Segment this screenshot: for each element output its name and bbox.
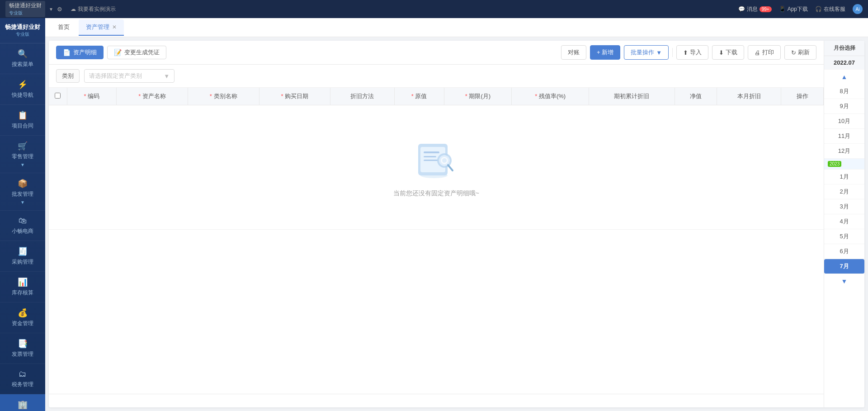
print-button[interactable]: 🖨 打印 <box>748 45 781 60</box>
sidebar-item-ecommerce[interactable]: 🛍 小畅电商 <box>0 211 45 241</box>
phone-icon: 📱 <box>779 6 786 12</box>
settings-icon[interactable]: ⚙ <box>57 6 62 13</box>
demo-link-text: 我要看实例演示 <box>78 5 116 13</box>
sub-tab-detail[interactable]: 📄 资产明细 <box>56 46 104 59</box>
month-picker-nav-up: ▲ <box>824 70 864 84</box>
sidebar-item-label-inventory: 库存核算 <box>12 289 33 297</box>
sidebar-item-quicknav[interactable]: ⚡ 快捷导航 <box>0 74 45 105</box>
tab-asset[interactable]: 资产管理 ✕ <box>79 19 124 36</box>
sub-tab-voucher-label: 变更生成凭证 <box>124 48 160 57</box>
month-2023-7-label: 7月 <box>840 262 849 270</box>
tab-home-label: 首页 <box>58 23 70 31</box>
online-service-label: 在线客服 <box>824 5 845 13</box>
reconcile-button[interactable]: 对账 <box>561 45 586 60</box>
app-download-btn[interactable]: 📱 App下载 <box>779 5 808 13</box>
dropdown-arrow-icon[interactable]: ▼ <box>49 7 53 12</box>
col-header-code: 编码 <box>67 88 117 105</box>
tab-close-icon[interactable]: ✕ <box>112 24 117 30</box>
sidebar-item-finance[interactable]: 💰 资金管理 <box>0 302 45 333</box>
month-item-9[interactable]: 9月 <box>824 99 864 114</box>
month-picker-header: 月份选择 <box>824 41 864 56</box>
month-item-8[interactable]: 8月 <box>824 84 864 99</box>
sidebar: 畅捷通好业财 专业版 🔍 搜索菜单 ⚡ 快捷导航 📋 项目合同 🛒 零售管理 ▼… <box>0 18 45 411</box>
month-11-label: 11月 <box>838 132 850 140</box>
month-next-btn[interactable]: ▼ <box>839 276 850 287</box>
month-item-2023-4[interactable]: 4月 <box>824 214 864 229</box>
online-service-btn[interactable]: 🎧 在线客服 <box>815 5 845 13</box>
month-prev-btn[interactable]: ▲ <box>839 71 850 82</box>
col-header-action: 操作 <box>781 88 824 105</box>
add-button[interactable]: + 新增 <box>590 45 620 60</box>
import-button[interactable]: ⬆ 导入 <box>676 45 708 60</box>
message-btn[interactable]: 💬 消息 99+ <box>738 5 772 13</box>
current-year-label: 2022.07 <box>834 59 855 66</box>
year-2023-badge: 2023 <box>828 161 841 167</box>
category-label: 类别 <box>56 69 80 83</box>
sub-tab-voucher[interactable]: 📝 变更生成凭证 <box>107 46 166 59</box>
sidebar-item-search[interactable]: 🔍 搜索菜单 <box>0 43 45 74</box>
batch-label: 批量操作 <box>631 48 654 57</box>
sidebar-item-label-invoice: 发票管理 <box>12 350 33 358</box>
app-download-label: App下载 <box>788 5 808 13</box>
tab-asset-label: 资产管理 <box>86 23 109 31</box>
sidebar-item-inventory[interactable]: 📊 库存核算 <box>0 272 45 302</box>
month-item-11[interactable]: 11月 <box>824 129 864 144</box>
ecommerce-icon: 🛍 <box>19 216 27 226</box>
select-all-checkbox[interactable] <box>55 93 61 99</box>
month-item-2023-6[interactable]: 6月 <box>824 244 864 259</box>
sidebar-item-label-finance: 资金管理 <box>12 320 33 327</box>
month-item-2023-3[interactable]: 3月 <box>824 199 864 214</box>
sidebar-item-purchase[interactable]: 🧾 采购管理 <box>0 241 45 272</box>
sidebar-item-tax[interactable]: 🗂 税务管理 <box>0 364 45 394</box>
message-label: 消息 <box>747 5 758 13</box>
month-item-2023-1[interactable]: 1月 <box>824 170 864 184</box>
sidebar-item-label-retail: 零售管理 <box>12 153 33 161</box>
tab-home[interactable]: 首页 <box>51 19 77 36</box>
sidebar-logo: 畅捷通好业财 专业版 <box>0 18 45 43</box>
bottom-bar <box>49 394 824 407</box>
download-button[interactable]: ⬇ 下载 <box>712 45 744 60</box>
sidebar-item-label-tax: 税务管理 <box>12 381 33 388</box>
empty-icon <box>409 137 463 182</box>
empty-state: 当前您还没有固定资产明细哦~ <box>54 110 818 225</box>
batch-button[interactable]: 批量操作 ▼ <box>624 45 669 60</box>
sidebar-item-invoice[interactable]: 📑 发票管理 <box>0 333 45 364</box>
avatar-text: Ai <box>856 7 860 12</box>
demo-link[interactable]: ☁ 我要看实例演示 <box>71 5 116 13</box>
avatar[interactable]: Ai <box>853 4 863 14</box>
month-item-12[interactable]: 12月 <box>824 144 864 159</box>
sidebar-item-wholesale[interactable]: 📦 批发管理 ▼ <box>0 173 45 211</box>
sidebar-item-label-quicknav: 快捷导航 <box>12 91 33 99</box>
sidebar-logo-sub: 专业版 <box>4 31 42 38</box>
toolbar-divider-1 <box>672 48 673 57</box>
main-panel: 📄 资产明细 📝 变更生成凭证 对账 + 新增 批量操作 ▼ <box>49 41 824 407</box>
sidebar-item-fixedasset[interactable]: 🏢 固定资产 <box>0 394 45 411</box>
col-header-category: 类别名称 <box>188 88 259 105</box>
svg-line-9 <box>448 165 453 170</box>
month-item-2023-5[interactable]: 5月 <box>824 229 864 244</box>
sub-tab-detail-label: 资产明细 <box>73 48 97 57</box>
category-placeholder: 请选择固定资产类别 <box>89 72 142 80</box>
sidebar-item-project[interactable]: 📋 项目合同 <box>0 105 45 136</box>
sidebar-item-retail[interactable]: 🛒 零售管理 ▼ <box>0 136 45 173</box>
col-header-month-dep: 本月折旧 <box>717 88 781 105</box>
col-header-original-value: 原值 <box>394 88 444 105</box>
search-icon: 🔍 <box>18 49 28 59</box>
download-label: 下载 <box>726 48 737 57</box>
sub-tabs: 📄 资产明细 📝 变更生成凭证 对账 + 新增 批量操作 ▼ <box>49 41 824 65</box>
category-bar: 类别 请选择固定资产类别 ▼ <box>49 65 824 88</box>
col-header-period: 期限(月) <box>444 88 512 105</box>
invoice-icon: 📑 <box>18 339 28 349</box>
top-bar-right: 💬 消息 99+ 📱 App下载 🎧 在线客服 Ai <box>738 4 863 14</box>
month-2023-2-label: 2月 <box>840 188 849 196</box>
refresh-button[interactable]: ↻ 刷新 <box>784 45 816 60</box>
top-bar: 畅捷通好业财 专业版 ▼ ⚙ ☁ 我要看实例演示 💬 消息 99+ 📱 App下… <box>0 0 868 18</box>
month-2023-3-label: 3月 <box>840 203 849 211</box>
category-select[interactable]: 请选择固定资产类别 ▼ <box>84 69 175 83</box>
month-item-2023-2[interactable]: 2月 <box>824 184 864 199</box>
import-icon: ⬆ <box>683 49 688 56</box>
month-item-2023-7[interactable]: 7月 <box>824 259 864 274</box>
wholesale-icon: 📦 <box>18 179 28 189</box>
month-item-10[interactable]: 10月 <box>824 114 864 129</box>
empty-state-text: 当前您还没有固定资产明细哦~ <box>393 189 479 198</box>
